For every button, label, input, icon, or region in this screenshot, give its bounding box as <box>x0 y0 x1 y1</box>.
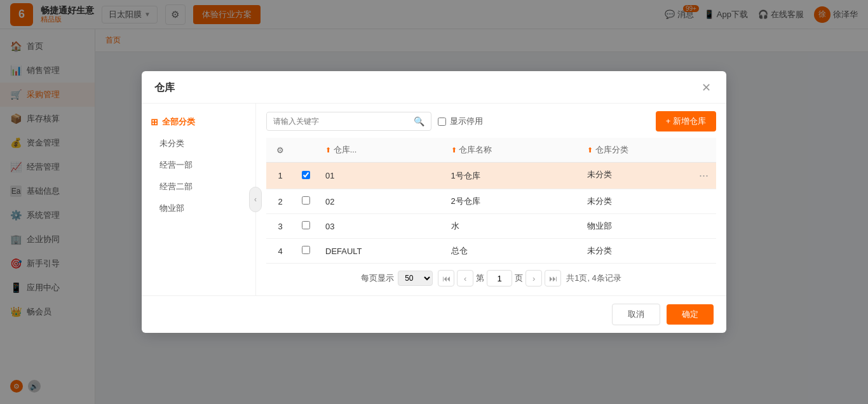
row-gear: 1 <box>266 163 294 189</box>
first-page-button[interactable]: ⏮ <box>438 270 454 286</box>
table-row[interactable]: 4 DEFAULT 总仓 未分类 <box>266 239 716 264</box>
page-info: 共1页, 4条记录 <box>566 273 621 284</box>
modal-close-button[interactable]: ✕ <box>698 80 714 95</box>
col-category: ⬆ 仓库分类 <box>580 138 716 163</box>
per-page-selector: 每页显示 50 10 20 100 <box>361 271 433 286</box>
row-name: 总仓 <box>444 239 580 264</box>
warehouse-table: ⚙ ⬆ 仓库... ⬆ 仓库名称 <box>266 138 716 264</box>
row-checkbox[interactable] <box>294 189 318 214</box>
show-disabled-checkbox[interactable] <box>438 118 446 126</box>
search-box: 🔍 <box>266 112 431 131</box>
category-item-2[interactable]: 经营二部 <box>142 176 255 198</box>
col-code: ⬆ 仓库... <box>318 138 444 163</box>
row-code: 02 <box>318 189 444 214</box>
confirm-button[interactable]: 确定 <box>667 304 714 325</box>
row-name: 水 <box>444 214 580 239</box>
last-page-button[interactable]: ⏭ <box>545 270 561 286</box>
page-navigation: ⏮ ‹ 第 页 › ⏭ <box>438 270 561 286</box>
row-category: 未分类 <box>580 189 716 214</box>
cancel-button[interactable]: 取消 <box>612 304 660 325</box>
row-name: 1号仓库 <box>444 163 580 189</box>
pagination: 每页显示 50 10 20 100 ⏮ ‹ 第 页 <box>266 264 716 295</box>
row-category: 未分类 <box>580 239 716 264</box>
next-page-button[interactable]: › <box>526 270 542 286</box>
category-collapse-button[interactable]: ‹ <box>249 187 262 212</box>
row-code: DEFAULT <box>318 239 444 264</box>
row-gear: 3 <box>266 214 294 239</box>
row-gear: 2 <box>266 189 294 214</box>
per-page-select[interactable]: 50 10 20 100 <box>398 271 433 286</box>
show-disabled-label[interactable]: 显示停用 <box>438 116 483 127</box>
search-icon[interactable]: 🔍 <box>407 112 431 130</box>
row-checkbox[interactable] <box>294 214 318 239</box>
grid-icon: ⊞ <box>151 117 158 127</box>
modal-overlay: 仓库 ✕ ⊞ 全部分类 未分类 经营一部 经营二部 物业部 ‹ <box>0 0 868 404</box>
modal-title: 仓库 <box>154 81 175 95</box>
page-input[interactable] <box>487 270 512 286</box>
modal-footer: 取消 确定 <box>142 295 726 333</box>
row-code: 01 <box>318 163 444 189</box>
category-item-0[interactable]: 未分类 <box>142 133 255 154</box>
row-category: 未分类··· <box>580 163 716 189</box>
prev-page-button[interactable]: ‹ <box>457 270 473 286</box>
category-item-3[interactable]: 物业部 <box>142 198 255 219</box>
col-checkbox <box>294 138 318 163</box>
row-code: 03 <box>318 214 444 239</box>
col-gear: ⚙ <box>266 138 294 163</box>
row-category: 物业部 <box>580 214 716 239</box>
col-name: ⬆ 仓库名称 <box>444 138 580 163</box>
category-panel: ⊞ 全部分类 未分类 经营一部 经营二部 物业部 ‹ <box>142 104 256 295</box>
table-toolbar: 🔍 显示停用 + 新增仓库 <box>266 111 716 131</box>
row-name: 2号仓库 <box>444 189 580 214</box>
category-item-1[interactable]: 经营一部 <box>142 154 255 176</box>
table-panel: 🔍 显示停用 + 新增仓库 ⚙ <box>256 104 726 295</box>
row-more-button[interactable]: ··· <box>699 169 709 182</box>
row-gear: 4 <box>266 239 294 264</box>
row-checkbox[interactable] <box>294 239 318 264</box>
modal-body: ⊞ 全部分类 未分类 经营一部 经营二部 物业部 ‹ 🔍 <box>142 104 726 295</box>
all-categories[interactable]: ⊞ 全部分类 <box>142 111 255 133</box>
table-row[interactable]: 2 02 2号仓库 未分类 <box>266 189 716 214</box>
modal-header: 仓库 ✕ <box>142 71 726 104</box>
table-row[interactable]: 3 03 水 物业部 <box>266 214 716 239</box>
table-row[interactable]: 1 01 1号仓库 未分类··· <box>266 163 716 189</box>
warehouse-modal: 仓库 ✕ ⊞ 全部分类 未分类 经营一部 经营二部 物业部 ‹ <box>142 71 726 333</box>
search-input[interactable] <box>267 113 407 130</box>
new-warehouse-button[interactable]: + 新增仓库 <box>656 111 716 131</box>
row-checkbox[interactable] <box>294 163 318 189</box>
